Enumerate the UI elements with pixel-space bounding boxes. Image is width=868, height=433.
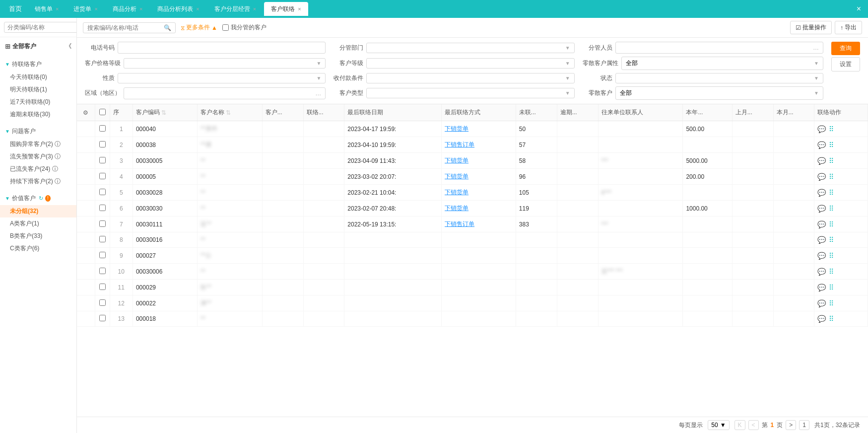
nav-tab-analysis[interactable]: 商品分析 ×	[106, 2, 149, 16]
row-checkbox-1[interactable]	[99, 141, 106, 147]
customer-level-select[interactable]: ▼	[366, 58, 574, 69]
chat-icon-1[interactable]: 💬	[817, 141, 826, 149]
query-button[interactable]: 查询	[831, 42, 860, 55]
export-button[interactable]: ↑ 导出	[835, 21, 862, 34]
sidebar-all-customers[interactable]: ⊞ 全部客户 《	[0, 39, 76, 54]
chat-icon-12[interactable]: 💬	[817, 315, 826, 323]
menu-icon-12[interactable]: ⠿	[829, 315, 834, 323]
row-checkbox-3[interactable]	[99, 173, 106, 179]
close-customer-layer-tab[interactable]: ×	[253, 6, 256, 12]
chat-icon-4[interactable]: 💬	[817, 189, 826, 197]
menu-icon-8[interactable]: ⠿	[829, 252, 834, 260]
td-last-contact-type-2[interactable]: 下销货单	[442, 153, 516, 169]
td-last-contact-type-6[interactable]: 下销售订单	[442, 216, 516, 232]
phone-input[interactable]	[118, 42, 326, 54]
row-checkbox-5[interactable]	[99, 205, 106, 211]
price-level-select[interactable]: ▼	[124, 58, 326, 69]
menu-icon-11[interactable]: ⠿	[829, 299, 834, 307]
menu-icon-7[interactable]: ⠿	[829, 236, 834, 244]
td-last-contact-type-10[interactable]	[442, 280, 516, 295]
next-page-btn[interactable]: >	[786, 420, 796, 430]
menu-icon-4[interactable]: ⠿	[829, 189, 834, 197]
chat-icon-10[interactable]: 💬	[817, 284, 826, 291]
td-last-contact-type-5[interactable]: 下销货单	[442, 201, 516, 216]
sidebar-item-7days[interactable]: 近7天待联络(0)	[0, 96, 76, 108]
chat-icon-11[interactable]: 💬	[817, 299, 826, 307]
sidebar-item-class-b[interactable]: B类客户(33)	[0, 230, 76, 242]
page-size-select[interactable]: 50 ▼	[708, 420, 729, 430]
sidebar-group-problem[interactable]: ▼ 问题客户	[0, 125, 76, 138]
td-last-contact-type-11[interactable]	[442, 295, 516, 311]
chat-icon-6[interactable]: 💬	[817, 220, 826, 228]
row-checkbox-11[interactable]	[99, 299, 106, 306]
batch-op-button[interactable]: ☑ 批量操作	[790, 21, 832, 34]
nav-tab-sales[interactable]: 销售单 ×	[28, 2, 66, 16]
sidebar-item-class-a[interactable]: A类客户(1)	[0, 217, 76, 230]
chat-icon-0[interactable]: 💬	[817, 125, 826, 133]
sidebar-item-overdue[interactable]: 逾期未联络(30)	[0, 108, 76, 121]
chat-icon-7[interactable]: 💬	[817, 236, 826, 244]
td-last-contact-type-12[interactable]	[442, 311, 516, 327]
close-sales-tab[interactable]: ×	[56, 6, 59, 12]
td-last-contact-type-9[interactable]	[442, 264, 516, 280]
my-customers-checkbox[interactable]	[222, 24, 229, 31]
td-last-contact-type-4[interactable]: 下销货单	[442, 185, 516, 201]
chat-icon-5[interactable]: 💬	[817, 205, 826, 213]
dept-select[interactable]: ▼	[366, 43, 574, 53]
sidebar-group-value[interactable]: ▼ 价值客户 ↻ !	[0, 192, 76, 205]
row-checkbox-0[interactable]	[99, 125, 106, 132]
td-last-contact-type-0[interactable]: 下销货单	[442, 121, 516, 137]
td-last-contact-type-7[interactable]	[442, 232, 516, 248]
retail-customer-select[interactable]: 全部 ▼	[615, 86, 823, 100]
filter-search-icon[interactable]: 🔍	[164, 24, 171, 31]
close-purchase-tab[interactable]: ×	[94, 6, 97, 12]
menu-icon-6[interactable]: ⠿	[829, 220, 834, 228]
prev-page-btn[interactable]: <	[748, 420, 759, 430]
row-checkbox-4[interactable]	[99, 189, 106, 195]
nature-select[interactable]: ▼	[118, 73, 326, 83]
region-select[interactable]: …	[124, 87, 326, 99]
row-checkbox-9[interactable]	[99, 268, 106, 274]
row-checkbox-7[interactable]	[99, 236, 106, 242]
reset-button[interactable]: 设置	[831, 57, 860, 72]
chat-icon-9[interactable]: 💬	[817, 268, 826, 276]
select-all-checkbox[interactable]	[99, 109, 106, 115]
last-page-btn[interactable]: 1	[799, 420, 809, 430]
sidebar-item-class-c[interactable]: C类客户(6)	[0, 242, 76, 255]
row-checkbox-12[interactable]	[99, 315, 106, 321]
retail-attr-select[interactable]: 全部 ▼	[621, 57, 823, 70]
gear-icon[interactable]: ⚙	[83, 109, 88, 116]
sidebar-item-tomorrow[interactable]: 明天待联络(1)	[0, 83, 76, 96]
menu-icon-9[interactable]: ⠿	[829, 268, 834, 276]
payment-select[interactable]: ▼	[366, 73, 574, 83]
close-customer-contact-tab[interactable]: ×	[298, 6, 301, 12]
refresh-icon[interactable]: ↻	[39, 195, 43, 202]
td-last-contact-type-1[interactable]: 下销售订单	[442, 137, 516, 153]
window-close-btn[interactable]: ×	[854, 4, 864, 13]
filter-more-btn[interactable]: ⧖ 更多条件 ▲	[181, 23, 217, 32]
close-analysis-tab[interactable]: ×	[139, 6, 142, 12]
menu-icon-3[interactable]: ⠿	[829, 173, 834, 181]
filter-search-input[interactable]	[87, 24, 162, 31]
collapse-icon[interactable]: 《	[66, 42, 71, 51]
sidebar-item-churn-warning[interactable]: 流失预警客户(3) ⓘ	[0, 150, 76, 163]
nav-tab-purchase[interactable]: 进货单 ×	[67, 2, 104, 16]
nav-tab-analysis-list[interactable]: 商品分析列表 ×	[150, 2, 206, 16]
sidebar-item-abnormal[interactable]: 囤购异常客户(2) ⓘ	[0, 138, 76, 150]
chat-icon-2[interactable]: 💬	[817, 157, 826, 165]
sidebar-search-input[interactable]	[4, 22, 77, 33]
td-last-contact-type-3[interactable]: 下销货单	[442, 169, 516, 185]
menu-icon-2[interactable]: ⠿	[829, 157, 834, 165]
customer-type-select[interactable]: ▼	[366, 88, 574, 98]
nav-home[interactable]: 首页	[4, 4, 27, 13]
sidebar-item-churned[interactable]: 已流失客户(24) ⓘ	[0, 163, 76, 175]
menu-icon-0[interactable]: ⠿	[829, 125, 834, 133]
sidebar-item-today[interactable]: 今天待联络(0)	[0, 71, 76, 83]
sidebar-group-pending[interactable]: ▼ 待联络客户	[0, 58, 76, 71]
close-analysis-list-tab[interactable]: ×	[196, 6, 199, 12]
nav-tab-customer-layer[interactable]: 客户分层经营 ×	[207, 2, 263, 16]
td-last-contact-type-8[interactable]	[442, 248, 516, 264]
row-checkbox-6[interactable]	[99, 220, 106, 227]
chat-icon-3[interactable]: 💬	[817, 173, 826, 181]
person-select[interactable]: …	[615, 42, 823, 54]
